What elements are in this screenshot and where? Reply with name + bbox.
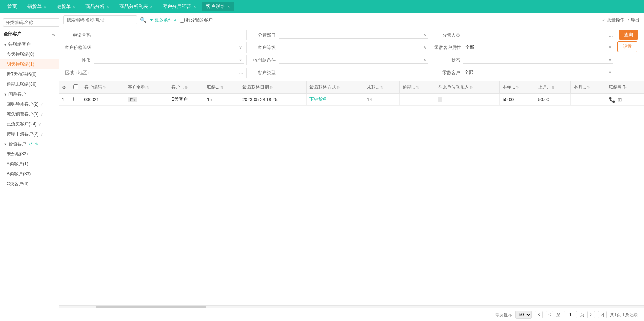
first-page-button[interactable]: K (535, 311, 543, 318)
area-more-icon[interactable]: … (239, 70, 244, 75)
row-checkbox-cell[interactable] (70, 94, 81, 106)
nav-purchase[interactable]: 进货单 × (52, 2, 80, 11)
col-customer-code[interactable]: 客户编码⇅ (81, 81, 125, 94)
sidebar-ungrouped[interactable]: 未分组(32) (0, 149, 59, 159)
name-masked: Ea (128, 97, 137, 102)
row-last-method[interactable]: 下销货单 (306, 94, 364, 106)
phone-input[interactable] (94, 31, 244, 39)
sidebar-search-input[interactable] (3, 18, 59, 27)
manager-more-icon[interactable]: … (609, 32, 613, 38)
retail-attr-select[interactable]: 全部 ∨ (464, 43, 613, 52)
row-action-phone[interactable]: 📞 (609, 97, 615, 103)
customer-level-chevron: ∨ (424, 45, 427, 50)
value-edit-icon[interactable]: ✎ (35, 142, 39, 147)
nav-close-mgmt[interactable]: × (193, 5, 196, 9)
batch-operation-button[interactable]: ☑ 批量操作 (602, 17, 624, 23)
sidebar-collapse-icon[interactable]: « (52, 31, 55, 37)
sidebar-declining[interactable]: 持续下滑客户(2) ? (0, 129, 59, 139)
col-overdue[interactable]: 逾期...⇅ (399, 81, 435, 94)
page-number-input[interactable] (564, 311, 577, 318)
set-button[interactable]: 设置 (617, 41, 637, 52)
col-contact-person[interactable]: 往来单位联系人⇅ (435, 81, 499, 94)
top-nav: 首页 销货单 × 进货单 × 商品分析 × 商品分析列表 × 客户分层经营 × … (0, 0, 644, 13)
help-icon-lost: ? (38, 122, 41, 127)
filter-payment: 收付款条件 ∨ (250, 56, 428, 64)
row-this-month (570, 94, 606, 106)
filter-area: 区域（地区） … (65, 68, 244, 77)
sidebar-b-class[interactable]: B类客户(33) (0, 169, 59, 179)
col-customer-name[interactable]: 客户名称⇅ (125, 81, 168, 94)
search-button[interactable]: 🔍 (140, 17, 146, 23)
filter-row-4: 区域（地区） … 客户类型 零散客户 (65, 68, 613, 78)
status-select[interactable]: ∨ (463, 56, 613, 64)
my-customers-checkbox[interactable] (180, 18, 185, 23)
customer-level-select[interactable]: ∨ (279, 44, 428, 51)
last-page-button[interactable]: >| (598, 311, 607, 318)
sidebar-c-class[interactable]: C类客户(6) (0, 179, 59, 189)
nav-close-purchase[interactable]: × (73, 5, 75, 9)
nav-customer-contact[interactable]: 客户联络 × (202, 2, 234, 11)
query-button[interactable]: 查询 (619, 30, 638, 40)
value-refresh-icon[interactable]: ↺ (29, 142, 33, 147)
col-customer-type[interactable]: 客户...⇅ (168, 81, 204, 94)
row-checkbox[interactable] (73, 97, 78, 101)
col-unlinkaged[interactable]: 未联...⇅ (364, 81, 399, 94)
nav-close-analysis[interactable]: × (107, 5, 109, 9)
nav-close-sales[interactable]: × (44, 5, 46, 9)
sidebar-today-pending[interactable]: 今天待联络(0) (0, 49, 59, 59)
nav-close-contact[interactable]: × (227, 5, 230, 9)
col-this-year[interactable]: 本年...⇅ (500, 81, 535, 94)
nav-home[interactable]: 首页 (3, 2, 21, 11)
nav-sales[interactable]: 销货单 × (23, 2, 50, 11)
payment-select[interactable]: ∨ (279, 56, 428, 64)
sidebar-repurchase-abnormal[interactable]: 回购异常客户(2) ? (0, 99, 59, 109)
nav-product-analysis[interactable]: 商品分析 × (81, 2, 113, 11)
col-last-contact-date[interactable]: 最后联络日期⇅ (239, 81, 307, 94)
dept-select[interactable]: ∨ (279, 31, 428, 39)
col-contact-count[interactable]: 联络...⇅ (204, 81, 239, 94)
nav-customer-mgmt[interactable]: 客户分层经营 × (158, 2, 200, 11)
export-icon: ↑ (627, 17, 630, 23)
filter-row-1: 电话号码 分管部门 ∨ 分管人员 (65, 30, 613, 40)
col-last-month[interactable]: 上月...⇅ (535, 81, 570, 94)
sidebar-loss-warning[interactable]: 流失预警客户(3) ? (0, 109, 59, 119)
my-customers-checkbox-label[interactable]: 我分管的客户 (180, 17, 213, 23)
sidebar-tomorrow-pending[interactable]: 明天待联络(1) (0, 59, 59, 69)
nature-label: 性质 (65, 57, 91, 63)
retail-customer-select[interactable]: 全部 ∨ (463, 68, 613, 77)
select-all-checkbox[interactable] (73, 84, 78, 89)
sidebar-overdue-pending[interactable]: 逾期未联络(30) (0, 79, 59, 89)
sidebar-7days-pending[interactable]: 近7天待联络(0) (0, 69, 59, 79)
more-filter-button[interactable]: ▼ 更多条件 ∧ (149, 17, 177, 23)
sidebar: 🔍 全部客户 « 待联络客户 今天待联络(0) 明天待联络(1) 近7天待联络(… (0, 13, 59, 321)
last-method-link[interactable]: 下销货单 (309, 97, 327, 102)
help-icon-repurchase: ? (41, 102, 43, 107)
search-input[interactable] (63, 15, 137, 24)
nature-select[interactable]: ∨ (94, 56, 244, 64)
per-page-select[interactable]: 50 (515, 311, 532, 319)
nav-product-list[interactable]: 商品分析列表 × (115, 2, 157, 11)
per-page-label: 每页显示 (495, 312, 512, 318)
next-page-button[interactable]: > (587, 311, 595, 318)
sidebar-a-class[interactable]: A类客户(1) (0, 159, 59, 169)
filter-customer-level: 客户等级 ∨ (250, 44, 428, 51)
sidebar-all-customers[interactable]: 全部客户 « (0, 29, 59, 39)
sidebar-lost[interactable]: 已流失客户(24) ? (0, 119, 59, 129)
sort-type-icon: ⇅ (185, 85, 188, 89)
prev-page-button[interactable]: < (546, 311, 553, 318)
export-button[interactable]: ↑ 导出 (627, 17, 640, 23)
area-input[interactable] (94, 68, 238, 77)
col-checkbox[interactable] (70, 81, 81, 94)
dept-label: 分管部门 (250, 32, 276, 38)
row-contact-person (435, 94, 499, 106)
col-settings[interactable]: ⚙ (59, 81, 70, 94)
manager-input[interactable] (463, 31, 607, 39)
customer-type-select[interactable] (279, 72, 428, 74)
nav-close-list[interactable]: × (150, 5, 153, 9)
sort-date-icon: ⇅ (270, 85, 273, 89)
price-level-select[interactable]: ∨ (94, 44, 244, 51)
manager-label: 分管人员 (434, 32, 460, 38)
col-this-month[interactable]: 本月...⇅ (570, 81, 606, 94)
col-last-contact-method[interactable]: 最后联络方式⇅ (306, 81, 364, 94)
row-action-more[interactable]: ⊞ (617, 97, 622, 103)
